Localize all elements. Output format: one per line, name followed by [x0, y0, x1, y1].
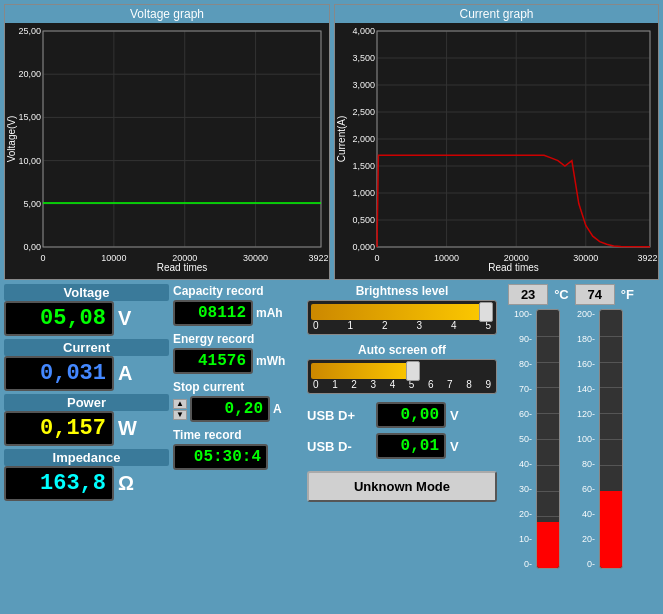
fahrenheit-tube [599, 309, 623, 569]
energy-label: Energy record [173, 332, 303, 346]
autooff-tick-0: 0 [313, 379, 319, 390]
voltage-canvas [5, 23, 329, 275]
spinner-box[interactable]: ▲ ▼ [173, 399, 187, 420]
usb-dplus-row: USB D+ 0,00 V [307, 402, 497, 428]
voltage-graph-inner [5, 23, 329, 275]
current-display: 0,031 [4, 356, 114, 391]
usb-dplus-display: 0,00 [376, 402, 446, 428]
current-graph-container: Current graph [334, 4, 659, 280]
impedance-meter-group: Impedance 163,8 Ω [4, 449, 169, 501]
spinner-down[interactable]: ▼ [173, 410, 187, 420]
brightness-slider-container[interactable]: 0 1 2 3 4 5 [307, 300, 497, 335]
f-0: 0- [575, 559, 595, 569]
autooff-tick-3: 3 [370, 379, 376, 390]
autooff-group: Auto screen off 0 1 2 3 4 5 6 7 8 9 [307, 343, 497, 394]
impedance-label: Impedance [4, 449, 169, 466]
c-90: 90- [512, 334, 532, 344]
f-60: 60- [575, 484, 595, 494]
controls-section: Voltage 05,08 V Current 0,031 A Power 0,… [0, 280, 663, 614]
autooff-tick-2: 2 [351, 379, 357, 390]
autooff-tick-6: 6 [428, 379, 434, 390]
current-label: Current [4, 339, 169, 356]
stop-current-label: Stop current [173, 380, 303, 394]
f-200: 200- [575, 309, 595, 319]
autooff-tick-8: 8 [466, 379, 472, 390]
autooff-slider-container[interactable]: 0 1 2 3 4 5 6 7 8 9 [307, 359, 497, 394]
f-80: 80- [575, 459, 595, 469]
fahrenheit-fill [600, 491, 622, 568]
c-0: 0- [512, 559, 532, 569]
usb-dminus-display: 0,01 [376, 433, 446, 459]
brightness-tick-4: 4 [451, 320, 457, 331]
capacity-row: 08112 mAh [173, 300, 303, 326]
c-20: 20- [512, 509, 532, 519]
c-60: 60- [512, 409, 532, 419]
brightness-tick-3: 3 [416, 320, 422, 331]
middle-panel: Capacity record 08112 mAh Energy record … [173, 284, 303, 610]
celsius-thermo: 100- 90- 80- 70- 60- 50- 40- 30- 20- 10-… [512, 309, 567, 610]
current-canvas [335, 23, 658, 275]
voltage-row: 05,08 V [4, 301, 169, 336]
thermos-row: 100- 90- 80- 70- 60- 50- 40- 30- 20- 10-… [501, 309, 641, 610]
autooff-tick-1: 1 [332, 379, 338, 390]
brightness-tick-1: 1 [347, 320, 353, 331]
time-record-label: Time record [173, 428, 303, 442]
impedance-row: 163,8 Ω [4, 466, 169, 501]
celsius-tube [536, 309, 560, 569]
time-record-display: 05:30:4 [173, 444, 268, 470]
voltage-graph-title: Voltage graph [5, 5, 329, 23]
autooff-tick-9: 9 [485, 379, 491, 390]
f-180: 180- [575, 334, 595, 344]
c-50: 50- [512, 434, 532, 444]
current-meter-group: Current 0,031 A [4, 339, 169, 391]
usb-dplus-label: USB D+ [307, 408, 372, 423]
c-40: 40- [512, 459, 532, 469]
stop-current-display: 0,20 [190, 396, 270, 422]
autooff-thumb[interactable] [406, 361, 420, 381]
c-70: 70- [512, 384, 532, 394]
fahrenheit-unit: °F [621, 287, 634, 302]
celsius-scale-labels: 100- 90- 80- 70- 60- 50- 40- 30- 20- 10-… [512, 309, 534, 569]
thermo-headers: 23 °C 74 °F [501, 284, 641, 305]
voltage-meter-group: Voltage 05,08 V [4, 284, 169, 336]
capacity-group: Capacity record 08112 mAh [173, 284, 303, 326]
voltage-graph-container: Voltage graph [4, 4, 330, 280]
stop-current-unit: A [273, 402, 282, 416]
autooff-tick-7: 7 [447, 379, 453, 390]
power-row: 0,157 W [4, 411, 169, 446]
fahrenheit-scale-labels: 200- 180- 160- 140- 120- 100- 80- 60- 40… [575, 309, 597, 569]
capacity-unit: mAh [256, 306, 283, 320]
time-record-group: Time record 05:30:4 [173, 428, 303, 470]
energy-display: 41576 [173, 348, 253, 374]
c-10: 10- [512, 534, 532, 544]
current-graph-title: Current graph [335, 5, 658, 23]
energy-row: 41576 mWh [173, 348, 303, 374]
graphs-section: Voltage graph Current graph [0, 0, 663, 280]
voltage-label: Voltage [4, 284, 169, 301]
power-label: Power [4, 394, 169, 411]
left-panel: Voltage 05,08 V Current 0,031 A Power 0,… [4, 284, 169, 610]
impedance-display: 163,8 [4, 466, 114, 501]
f-160: 160- [575, 359, 595, 369]
power-meter-group: Power 0,157 W [4, 394, 169, 446]
power-unit: W [118, 417, 137, 440]
spinner-up[interactable]: ▲ [173, 399, 187, 409]
c-80: 80- [512, 359, 532, 369]
autooff-label: Auto screen off [307, 343, 497, 357]
impedance-unit: Ω [118, 472, 134, 495]
usb-dminus-row: USB D- 0,01 V [307, 433, 497, 459]
voltage-display: 05,08 [4, 301, 114, 336]
center-panel: Brightness level 0 1 2 3 4 5 Auto screen… [307, 284, 497, 610]
voltage-unit: V [118, 307, 131, 330]
brightness-thumb[interactable] [479, 302, 493, 322]
unknown-mode-button[interactable]: Unknown Mode [307, 471, 497, 502]
brightness-group: Brightness level 0 1 2 3 4 5 [307, 284, 497, 335]
fahrenheit-value-box: 74 [575, 284, 615, 305]
fahrenheit-thermo: 200- 180- 160- 140- 120- 100- 80- 60- 40… [575, 309, 630, 610]
energy-unit: mWh [256, 354, 285, 368]
current-row: 0,031 A [4, 356, 169, 391]
c-30: 30- [512, 484, 532, 494]
usb-group: USB D+ 0,00 V USB D- 0,01 V [307, 402, 497, 459]
current-unit: A [118, 362, 132, 385]
power-display: 0,157 [4, 411, 114, 446]
